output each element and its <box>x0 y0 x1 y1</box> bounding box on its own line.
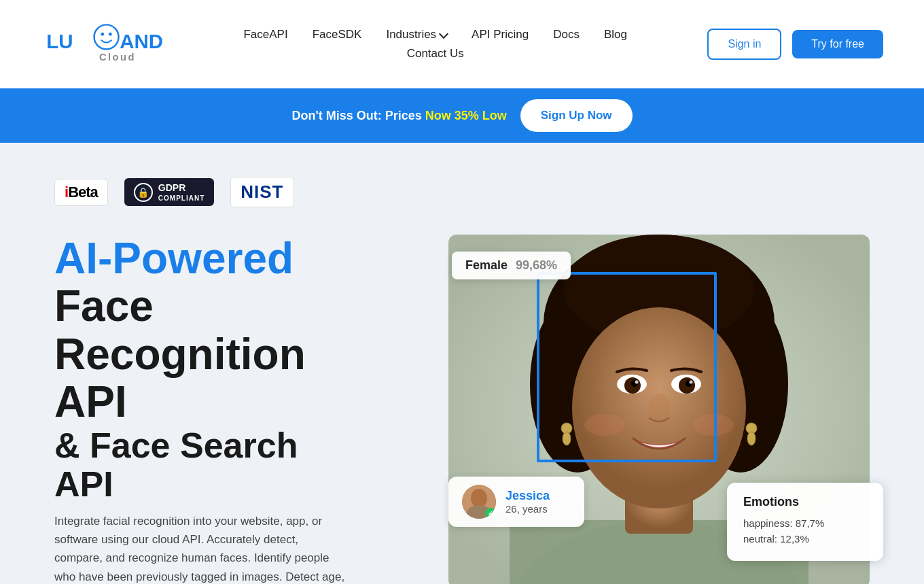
svg-text:LU: LU <box>46 30 73 52</box>
nav-docs[interactable]: Docs <box>553 28 580 41</box>
svg-point-32 <box>471 489 487 508</box>
detection-box <box>537 272 717 462</box>
nav-contact-us[interactable]: Contact Us <box>407 47 464 61</box>
banner-text: Don't Miss Out: Prices Now 35% Low <box>291 109 506 123</box>
gdpr-badge: 🔒 GDPR COMPLIANT <box>124 178 214 206</box>
nav-blog[interactable]: Blog <box>604 28 627 41</box>
identity-name: Jessica <box>505 489 550 503</box>
logo[interactable]: LU AND Cloud <box>41 17 163 71</box>
nav-api-pricing[interactable]: API Pricing <box>472 28 529 41</box>
header: LU AND Cloud FaceAPI FaceSDK Industries … <box>0 0 924 88</box>
identity-age: 26, years <box>505 503 550 515</box>
emotion-happiness: happiness: 87,7% <box>743 517 867 529</box>
emotions-card: Emotions happiness: 87,7% neutral: 12,3% <box>727 483 883 561</box>
hero-title-face: Face <box>54 282 408 330</box>
banner-highlight: Now 35% Low <box>425 109 507 122</box>
main-content: iBeta 🔒 GDPR COMPLIANT NIST AI-Powered F… <box>0 143 924 584</box>
hero-left: AI-Powered Face Recognition API & Face S… <box>54 235 408 584</box>
gdpr-icon: 🔒 <box>134 183 153 202</box>
gender-text: Female <box>465 258 508 273</box>
try-free-button[interactable]: Try for free <box>792 30 883 58</box>
nav-faceapi[interactable]: FaceAPI <box>243 28 287 41</box>
svg-text:AND: AND <box>120 30 163 52</box>
hero-description: Integrate facial recognition into your w… <box>54 512 346 584</box>
hero-section: AI-Powered Face Recognition API & Face S… <box>54 235 870 584</box>
identity-card: ✓ Jessica 26, years <box>448 477 584 527</box>
hero-headings: AI-Powered Face Recognition API & Face S… <box>54 235 408 504</box>
gdpr-sublabel: COMPLIANT <box>158 194 205 202</box>
gdpr-label: GDPR <box>158 182 205 193</box>
svg-point-3 <box>109 33 112 36</box>
hero-right: Female 99,68% ✓ Jessica <box>448 235 870 584</box>
hero-title-and: & Face Search <box>54 426 408 465</box>
trust-badges: iBeta 🔒 GDPR COMPLIANT NIST <box>54 177 870 207</box>
identity-avatar: ✓ <box>462 485 496 519</box>
hero-title-api2: API <box>54 465 408 504</box>
svg-text:Cloud: Cloud <box>99 52 136 63</box>
svg-point-30 <box>747 432 756 445</box>
emotion-neutral: neutral: 12,3% <box>743 533 867 545</box>
svg-point-1 <box>94 24 119 49</box>
hero-title-api: API <box>54 378 408 426</box>
nav-industries[interactable]: Industries <box>386 28 447 41</box>
hero-title-recognition: Recognition <box>54 330 408 378</box>
promo-banner: Don't Miss Out: Prices Now 35% Low Sign … <box>0 88 924 143</box>
gender-confidence: 99,68% <box>516 258 557 273</box>
emotions-title: Emotions <box>743 495 867 509</box>
ibeta-badge: iBeta <box>54 179 108 206</box>
header-actions: Sign in Try for free <box>707 29 883 60</box>
svg-point-2 <box>101 33 104 36</box>
hero-title-blue: AI-Powered <box>54 235 408 282</box>
nav-facesdk[interactable]: FaceSDK <box>313 28 362 41</box>
main-nav: FaceAPI FaceSDK Industries API Pricing D… <box>243 28 627 61</box>
sign-in-button[interactable]: Sign in <box>707 29 781 60</box>
nist-badge: NIST <box>230 177 294 207</box>
gender-label-card: Female 99,68% <box>452 252 571 279</box>
signup-now-button[interactable]: Sign Up Now <box>520 99 633 132</box>
chevron-down-icon <box>439 29 448 39</box>
identity-check-icon: ✓ <box>485 508 496 519</box>
